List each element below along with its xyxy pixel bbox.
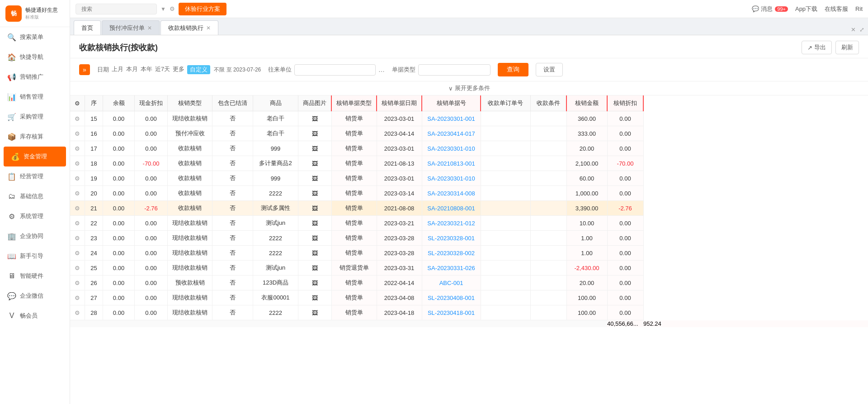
cell-writeoff_bill_no[interactable]: SA-20210808-001 bbox=[422, 201, 481, 216]
tab-close-receipt[interactable]: ✕ bbox=[206, 25, 211, 31]
link-writeoff_bill_no[interactable]: SA-20230301-010 bbox=[427, 175, 475, 182]
row-settings[interactable]: ⚙ bbox=[70, 261, 85, 276]
row-gear-icon[interactable]: ⚙ bbox=[75, 309, 80, 316]
row-gear-icon[interactable]: ⚙ bbox=[75, 160, 80, 167]
table-container[interactable]: ⚙序余额现金折扣核销类型包含已结清商品商品图片核销单据类型核销单据日期核销单据号… bbox=[70, 95, 868, 404]
online-service-btn[interactable]: 在线客服 bbox=[825, 5, 848, 13]
row-gear-icon[interactable]: ⚙ bbox=[75, 235, 80, 242]
user-name[interactable]: Rit bbox=[855, 5, 863, 12]
row-settings[interactable]: ⚙ bbox=[70, 186, 85, 201]
row-settings[interactable]: ⚙ bbox=[70, 276, 85, 290]
row-settings[interactable]: ⚙ bbox=[70, 126, 85, 141]
link-writeoff_bill_no[interactable]: SA-20230301-001 bbox=[427, 115, 475, 122]
row-gear-icon[interactable]: ⚙ bbox=[75, 220, 80, 227]
cell-writeoff_bill_no[interactable]: SA-20230301-001 bbox=[422, 111, 481, 126]
export-btn[interactable]: ↗ 导出 bbox=[802, 41, 832, 54]
sidebar-item-finance[interactable]: 💰资金管理 bbox=[4, 147, 66, 166]
sidebar-item-smart[interactable]: 🖥智能硬件 bbox=[0, 266, 70, 286]
cell-writeoff_bill_no[interactable]: SA-20230321-012 bbox=[422, 216, 481, 231]
cell-writeoff_bill_no[interactable]: SL-20230408-001 bbox=[422, 290, 481, 305]
cell-writeoff_bill_no[interactable]: SA-20230414-017 bbox=[422, 126, 481, 141]
link-writeoff_bill_no[interactable]: SA-20230414-017 bbox=[427, 130, 475, 137]
sidebar-item-wechat[interactable]: 💬企业微信 bbox=[0, 286, 70, 306]
sidebar-item-marketing[interactable]: 📢营销推广 bbox=[0, 67, 70, 87]
row-gear-icon[interactable]: ⚙ bbox=[75, 280, 80, 286]
date-prev-month[interactable]: 上月 bbox=[112, 65, 123, 74]
sidebar-item-search[interactable]: 🔍搜索菜单 bbox=[0, 27, 70, 47]
tab-prepay[interactable]: 预付冲应付单✕ bbox=[102, 20, 160, 35]
gear-icon[interactable]: ⚙ bbox=[75, 100, 80, 107]
link-writeoff_bill_no[interactable]: SA-20230301-010 bbox=[427, 145, 475, 152]
date-7days[interactable]: 近7天 bbox=[155, 65, 170, 74]
message-btn[interactable]: 💬 消息 99+ bbox=[752, 5, 788, 13]
cell-writeoff_bill_no[interactable]: SA-20230301-010 bbox=[422, 141, 481, 156]
bill-type-select[interactable] bbox=[418, 64, 491, 76]
solution-btn[interactable]: 休验行业方案 bbox=[179, 3, 226, 15]
link-writeoff_bill_no[interactable]: SA-20210813-001 bbox=[427, 160, 475, 167]
sidebar-item-operation[interactable]: 📋经营管理 bbox=[0, 166, 70, 186]
link-writeoff_bill_no[interactable]: SL-20230408-001 bbox=[428, 295, 475, 301]
link-writeoff_bill_no[interactable]: SA-20230331-026 bbox=[427, 265, 475, 271]
link-writeoff_bill_no[interactable]: SA-20230314-008 bbox=[427, 190, 475, 197]
cell-writeoff_bill_no[interactable]: ABC-001 bbox=[422, 276, 481, 290]
link-writeoff_bill_no[interactable]: SA-20230321-012 bbox=[427, 220, 475, 227]
top-search-input[interactable] bbox=[75, 4, 157, 14]
sidebar-item-enterprise[interactable]: 🏢企业协同 bbox=[0, 226, 70, 246]
row-gear-icon[interactable]: ⚙ bbox=[75, 175, 80, 182]
sidebar-item-system[interactable]: ⚙系统管理 bbox=[0, 206, 70, 226]
row-gear-icon[interactable]: ⚙ bbox=[75, 130, 80, 137]
cell-writeoff_bill_no[interactable]: SA-20230314-008 bbox=[422, 186, 481, 201]
tab-receipt[interactable]: 收款核销执行✕ bbox=[160, 20, 218, 35]
close-tab-icon[interactable]: ✕ bbox=[851, 26, 856, 33]
tab-home[interactable]: 首页 bbox=[74, 20, 101, 35]
tab-close-prepay[interactable]: ✕ bbox=[147, 25, 152, 31]
row-gear-icon[interactable]: ⚙ bbox=[75, 115, 80, 122]
row-gear-icon[interactable]: ⚙ bbox=[75, 205, 80, 212]
cell-writeoff_bill_no[interactable]: SA-20210813-001 bbox=[422, 156, 481, 171]
link-writeoff_bill_no[interactable]: SL-20230328-001 bbox=[428, 235, 475, 242]
col-settings[interactable]: ⚙ bbox=[70, 95, 85, 111]
sidebar-item-member[interactable]: V畅会员 bbox=[0, 306, 70, 326]
link-writeoff_bill_no[interactable]: ABC-001 bbox=[439, 280, 463, 286]
expand-more-btn[interactable]: ∨ 展开更多条件 bbox=[448, 84, 490, 92]
row-settings[interactable]: ⚙ bbox=[70, 305, 85, 320]
query-btn[interactable]: 查询 bbox=[498, 63, 528, 76]
sidebar-item-inventory[interactable]: 📦库存核算 bbox=[0, 127, 70, 147]
row-settings[interactable]: ⚙ bbox=[70, 231, 85, 246]
row-settings[interactable]: ⚙ bbox=[70, 201, 85, 216]
row-gear-icon[interactable]: ⚙ bbox=[75, 250, 80, 257]
link-writeoff_bill_no[interactable]: SL-20230418-001 bbox=[428, 309, 475, 316]
sidebar-item-purchase[interactable]: 🛒采购管理 bbox=[0, 107, 70, 127]
cell-writeoff_bill_no[interactable]: SL-20230418-001 bbox=[422, 305, 481, 320]
maximize-icon[interactable]: ⤢ bbox=[859, 26, 864, 33]
row-settings[interactable]: ⚙ bbox=[70, 141, 85, 156]
date-this-month[interactable]: 本月 bbox=[126, 65, 138, 74]
app-download-btn[interactable]: App下载 bbox=[795, 5, 817, 13]
sidebar-item-sales[interactable]: 📊销售管理 bbox=[0, 87, 70, 107]
row-gear-icon[interactable]: ⚙ bbox=[75, 145, 80, 152]
cell-writeoff_bill_no[interactable]: SL-20230328-001 bbox=[422, 231, 481, 246]
sidebar-item-shortcut[interactable]: 🏠快捷导航 bbox=[0, 47, 70, 67]
settings-btn[interactable]: 设置 bbox=[536, 63, 563, 76]
date-this-year[interactable]: 本年 bbox=[141, 65, 152, 74]
row-settings[interactable]: ⚙ bbox=[70, 156, 85, 171]
sidebar-item-guide[interactable]: 📖新手引导 bbox=[0, 246, 70, 266]
sidebar-item-basic[interactable]: 🗂基础信息 bbox=[0, 186, 70, 206]
row-gear-icon[interactable]: ⚙ bbox=[75, 295, 80, 301]
cell-writeoff_bill_no[interactable]: SA-20230301-010 bbox=[422, 171, 481, 186]
row-settings[interactable]: ⚙ bbox=[70, 216, 85, 231]
row-settings[interactable]: ⚙ bbox=[70, 111, 85, 126]
row-settings[interactable]: ⚙ bbox=[70, 246, 85, 261]
dropdown-icon[interactable]: ▼ bbox=[160, 6, 166, 12]
date-more[interactable]: 更多 bbox=[173, 65, 184, 74]
partner-dots[interactable]: ... bbox=[378, 66, 384, 74]
date-custom[interactable]: 自定义 bbox=[187, 65, 210, 74]
row-settings[interactable]: ⚙ bbox=[70, 290, 85, 305]
row-gear-icon[interactable]: ⚙ bbox=[75, 190, 80, 197]
link-writeoff_bill_no[interactable]: SA-20210808-001 bbox=[427, 205, 475, 212]
row-settings[interactable]: ⚙ bbox=[70, 171, 85, 186]
link-writeoff_bill_no[interactable]: SL-20230328-002 bbox=[428, 250, 475, 257]
cell-writeoff_bill_no[interactable]: SA-20230331-026 bbox=[422, 261, 481, 276]
filter-expand-btn[interactable]: » bbox=[79, 64, 90, 75]
row-gear-icon[interactable]: ⚙ bbox=[75, 265, 80, 271]
